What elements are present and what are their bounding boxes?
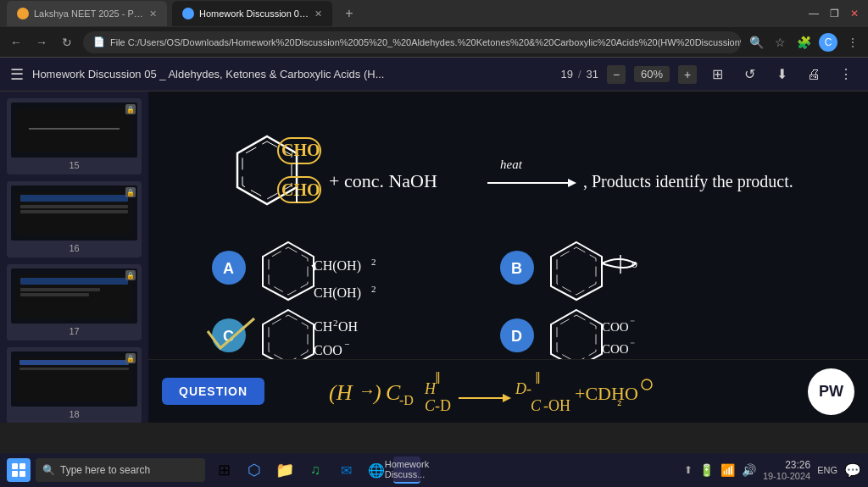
new-tab-button[interactable]: + bbox=[337, 2, 361, 25]
minimize-button[interactable]: — bbox=[807, 7, 821, 20]
slide-thumb-17[interactable]: 🔒 17 bbox=[7, 264, 142, 340]
slide-16-label: 16 bbox=[11, 243, 137, 253]
svg-marker-51 bbox=[551, 310, 602, 359]
svg-text:(H: (H bbox=[329, 380, 353, 405]
svg-text:-OH: -OH bbox=[543, 397, 570, 414]
main-content: 🔒 15 🔒 16 bbox=[0, 91, 868, 423]
svg-text:CH(OH): CH(OH) bbox=[314, 258, 361, 274]
svg-marker-37 bbox=[557, 247, 596, 295]
more-icon[interactable]: ⋮ bbox=[844, 34, 861, 51]
more-options-button[interactable]: ⋮ bbox=[834, 63, 858, 86]
svg-text:+ conc. NaOH: + conc. NaOH bbox=[329, 170, 437, 191]
taskbar-battery: 🔋 bbox=[699, 463, 714, 477]
svg-text:‖: ‖ bbox=[535, 371, 541, 384]
start-button[interactable] bbox=[7, 458, 31, 482]
page-separator: / bbox=[578, 68, 581, 80]
svg-marker-27 bbox=[263, 242, 314, 300]
taskbar-homework[interactable]: Homework Discuss... bbox=[393, 457, 420, 484]
svg-text:CH(OH): CH(OH) bbox=[314, 285, 361, 301]
slide-thumb-18-image: 🔒 bbox=[11, 351, 137, 407]
taskbar-active-app-label: Homework Discuss... bbox=[385, 459, 430, 479]
tab-1-label: Lakshya NEET 2025 - Physics W... bbox=[34, 8, 144, 19]
tab-2[interactable]: Homework Discussion 05 _ Ald... ✕ bbox=[172, 1, 332, 26]
restore-button[interactable]: ❐ bbox=[827, 7, 841, 20]
star-icon[interactable]: ☆ bbox=[771, 34, 788, 51]
svg-rect-79 bbox=[19, 471, 25, 477]
taskbar-widgets[interactable]: ⊞ bbox=[210, 457, 237, 484]
taskbar-date: 19-10-2024 bbox=[763, 471, 810, 481]
svg-marker-67 bbox=[503, 394, 511, 402]
svg-text:): ) bbox=[372, 380, 381, 405]
url-box[interactable]: 📄 File C:/Users/OS/Downloads/Homework%20… bbox=[83, 31, 741, 53]
svg-marker-36 bbox=[551, 242, 602, 300]
svg-text:⁻: ⁻ bbox=[344, 340, 350, 352]
refresh-button[interactable]: ↻ bbox=[58, 33, 76, 52]
taskbar-edge[interactable]: ⬡ bbox=[241, 457, 268, 484]
slide-thumb-15[interactable]: 🔒 15 bbox=[7, 98, 142, 174]
taskbar-explorer[interactable]: 📁 bbox=[271, 457, 298, 484]
svg-text:2: 2 bbox=[371, 284, 376, 294]
svg-text:, Products identify the produc: , Products identify the product. bbox=[583, 172, 793, 191]
slide-main-svg: CHO CHO + conc. NaOH heat , Products ide… bbox=[186, 91, 831, 359]
page-navigation: 19 / 31 bbox=[560, 68, 598, 80]
tab-1[interactable]: Lakshya NEET 2025 - Physics W... ✕ bbox=[7, 1, 167, 26]
menu-icon[interactable]: ☰ bbox=[10, 65, 24, 84]
taskbar-spotify[interactable]: ♫ bbox=[302, 457, 329, 484]
tab-2-label: Homework Discussion 05 _ Ald... bbox=[199, 8, 309, 19]
slide-15-lock-icon: 🔒 bbox=[125, 104, 136, 114]
pw-logo: PW bbox=[808, 368, 854, 415]
svg-point-75 bbox=[642, 379, 652, 390]
extensions-icon[interactable]: 🧩 bbox=[795, 34, 812, 51]
zoom-out-button[interactable]: − bbox=[607, 65, 626, 84]
slide-18-label: 18 bbox=[11, 409, 137, 419]
svg-text:-D: -D bbox=[435, 397, 451, 414]
svg-text:o: o bbox=[632, 257, 637, 270]
pw-logo-text: PW bbox=[819, 383, 843, 401]
svg-marker-28 bbox=[269, 247, 308, 295]
tab-1-close[interactable]: ✕ bbox=[149, 8, 157, 19]
print-button[interactable]: 🖨 bbox=[802, 63, 826, 86]
taskbar-system-tray: ⬆ 🔋 📶 🔊 23:26 19-10-2024 ENG 💬 bbox=[684, 459, 861, 481]
slides-sidebar: 🔒 15 🔒 16 bbox=[0, 91, 148, 423]
slide-thumb-17-image: 🔒 bbox=[11, 268, 137, 324]
question-bar: QUESTION (H → ) C -D H ‖ C -D bbox=[148, 359, 868, 423]
svg-marker-52 bbox=[557, 315, 596, 359]
svg-text:CH: CH bbox=[314, 319, 333, 334]
taskbar-search[interactable]: 🔍 Type here to search bbox=[36, 458, 205, 482]
taskbar-show-desktop[interactable]: ⬆ bbox=[684, 464, 693, 476]
svg-marker-42 bbox=[263, 310, 314, 359]
close-button[interactable]: ✕ bbox=[848, 7, 861, 20]
fit-page-button[interactable]: ⊞ bbox=[705, 63, 729, 86]
svg-marker-23 bbox=[568, 179, 576, 187]
slide-area: CHO CHO + conc. NaOH heat , Products ide… bbox=[148, 91, 868, 423]
slide-16-lock-icon: 🔒 bbox=[125, 187, 136, 197]
taskbar-mail[interactable]: ✉ bbox=[332, 457, 359, 484]
slide-18-lock-icon: 🔒 bbox=[125, 353, 136, 363]
svg-text:2: 2 bbox=[333, 318, 338, 328]
question-button[interactable]: QUESTION bbox=[162, 378, 264, 405]
file-icon: 📄 bbox=[93, 36, 105, 47]
back-button[interactable]: ← bbox=[7, 33, 25, 52]
zoom-in-button[interactable]: + bbox=[678, 65, 697, 84]
slide-thumb-18[interactable]: 🔒 18 bbox=[7, 347, 142, 423]
slide-thumb-16[interactable]: 🔒 16 bbox=[7, 181, 142, 257]
taskbar-volume[interactable]: 🔊 bbox=[742, 463, 756, 477]
tab-1-favicon bbox=[17, 8, 29, 19]
tab-2-close[interactable]: ✕ bbox=[314, 8, 322, 19]
svg-text:→: → bbox=[359, 381, 376, 400]
slide-canvas: CHO CHO + conc. NaOH heat , Products ide… bbox=[148, 91, 868, 359]
svg-text:COO: COO bbox=[602, 342, 629, 356]
svg-text:B: B bbox=[511, 260, 522, 277]
slide-thumb-16-image: 🔒 bbox=[11, 185, 137, 241]
svg-text:D-: D- bbox=[515, 380, 531, 397]
notifications-button[interactable]: 💬 bbox=[844, 462, 861, 479]
download-button[interactable]: ⬇ bbox=[770, 63, 793, 86]
search-icon[interactable]: 🔍 bbox=[748, 34, 765, 51]
slide-17-label: 17 bbox=[11, 326, 137, 336]
rotate-button[interactable]: ↺ bbox=[737, 63, 761, 86]
svg-marker-43 bbox=[269, 315, 308, 359]
forward-button[interactable]: → bbox=[32, 33, 51, 52]
profile-icon[interactable]: C bbox=[819, 33, 837, 52]
slide-thumb-15-image: 🔒 bbox=[11, 102, 137, 158]
taskbar-wifi: 📶 bbox=[721, 463, 735, 477]
